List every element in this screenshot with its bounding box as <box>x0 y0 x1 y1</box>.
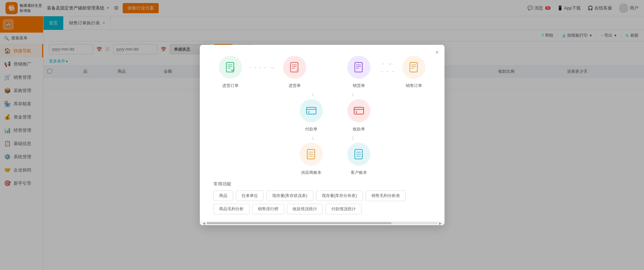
purchase-order-circle <box>219 56 242 79</box>
modal-body: 进货订单 - - - - → ✓ 进货单 <box>200 45 445 221</box>
flow-node-receipt[interactable]: ¥ 收款单 <box>342 99 376 132</box>
common-functions-section: 常用功能 商品 往来单位 现存量(库存状况表) 现存量(库存分布表) 销售毛利分… <box>213 181 431 214</box>
arrow-sales-bill-from-order: ← - - - - <box>376 60 397 75</box>
common-btn-receipt-stats[interactable]: 收款情况统计 <box>287 204 323 214</box>
scrollbar-right-arrow[interactable]: ▶ <box>438 221 443 225</box>
sales-order-circle <box>402 56 425 79</box>
arrow-receipt-down: ↓ <box>351 133 355 141</box>
common-btn-inventory-status[interactable]: 现存量(库存状况表) <box>266 191 313 201</box>
scrollbar-thumb[interactable] <box>207 222 391 224</box>
svg-rect-16 <box>355 62 362 72</box>
common-btn-product[interactable]: 商品 <box>213 191 233 201</box>
flow-node-purchase-bill[interactable]: ✓ 进货单 <box>278 56 312 89</box>
customer-ledger-circle <box>347 143 370 166</box>
purchase-order-label: 进货订单 <box>222 83 239 89</box>
svg-text:¥: ¥ <box>308 110 310 114</box>
modal-overlay[interactable]: × 进货订单 - - - - → <box>0 0 644 270</box>
flow-node-sales-order[interactable]: 销售订单 <box>397 56 431 89</box>
svg-text:✓: ✓ <box>296 68 298 72</box>
scrollbar-left-arrow[interactable]: ◀ <box>201 221 207 225</box>
customer-ledger-label: 客户账本 <box>351 170 367 176</box>
modal-scrollbar: ◀ ▶ <box>200 221 445 225</box>
flow-node-purchase-order[interactable]: 进货订单 <box>213 56 247 89</box>
flow-modal: × 进货订单 - - - - → <box>200 45 445 225</box>
flow-node-customer-ledger[interactable]: 客户账本 <box>342 143 376 176</box>
payment-label: 付款单 <box>305 126 317 132</box>
arrow-purchase-order-to-bill: - - - - → <box>247 64 278 71</box>
flow-node-supplier-ledger[interactable]: 供应商账本 <box>294 143 328 176</box>
flow-node-payment[interactable]: ¥ 付款单 <box>294 99 328 132</box>
arrow-sales-bill-down: ↓ <box>351 90 355 98</box>
common-btn-payment-stats[interactable]: 付款情况统计 <box>326 204 362 214</box>
flow-diagram: 进货订单 - - - - → ✓ 进货单 <box>213 56 431 176</box>
arrow-payment-down: ↓ <box>311 133 315 141</box>
common-btn-sales-margin[interactable]: 销售毛利分析表 <box>366 191 406 201</box>
svg-rect-20 <box>410 62 417 72</box>
sales-order-label: 销售订单 <box>406 83 422 89</box>
modal-close-btn[interactable]: × <box>435 49 439 56</box>
supplier-ledger-circle <box>300 143 323 166</box>
supplier-ledger-label: 供应商账本 <box>301 170 321 176</box>
svg-text:¥: ¥ <box>355 110 358 114</box>
common-functions-title: 常用功能 <box>213 181 431 187</box>
purchase-bill-circle: ✓ <box>283 56 306 79</box>
purchase-bill-label: 进货单 <box>289 83 301 89</box>
arrow-purchase-bill-down: ↓ <box>311 90 315 98</box>
common-buttons-group: 商品 往来单位 现存量(库存状况表) 现存量(库存分布表) 销售毛利分析表 商品… <box>213 191 431 214</box>
common-btn-product-margin[interactable]: 商品毛利分析 <box>213 204 249 214</box>
common-btn-counterpart[interactable]: 往来单位 <box>236 191 264 201</box>
scrollbar-track <box>207 222 438 224</box>
receipt-label: 收款单 <box>353 126 365 132</box>
sales-bill-circle <box>347 56 370 79</box>
sales-bill-label: 销货单 <box>353 83 365 89</box>
common-btn-sales-ranking[interactable]: 销售排行榜 <box>252 204 284 214</box>
flow-node-sales-bill[interactable]: 销货单 <box>342 56 376 89</box>
payment-circle: ¥ <box>300 99 323 122</box>
common-btn-inventory-dist[interactable]: 现存量(库存分布表) <box>316 191 363 201</box>
receipt-circle: ¥ <box>347 99 370 122</box>
